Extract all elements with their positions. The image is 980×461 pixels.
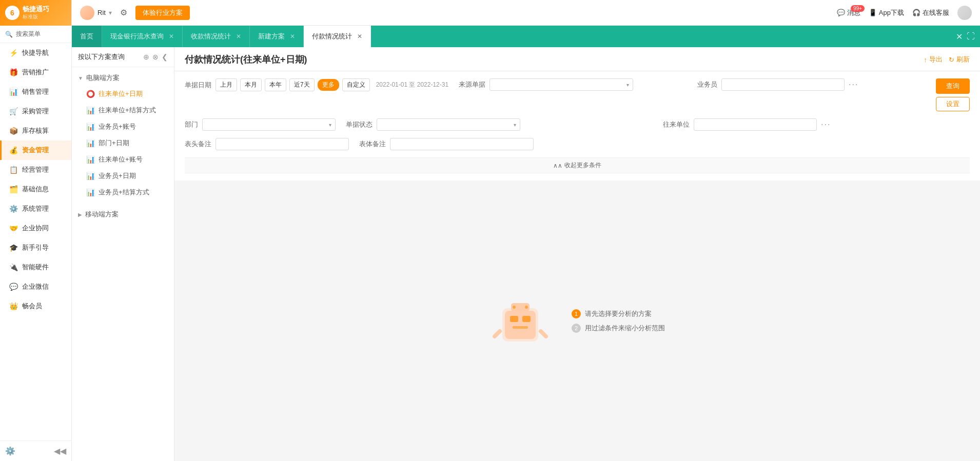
sidebar-item-sales[interactable]: 📊 销售管理 — [0, 82, 71, 102]
operations-icon: 📋 — [9, 165, 18, 174]
dept-date-icon: 📊 — [86, 139, 94, 147]
scheme-item-unit-date[interactable]: ⭕ 往来单位+日期 — [72, 86, 174, 102]
hint-1-text: 请先选择要分析的方案 — [585, 309, 652, 318]
doc-status-select[interactable] — [377, 118, 520, 131]
app-download-btn[interactable]: 📱 App下载 — [869, 8, 904, 17]
page-title: 付款情况统计(往来单位+日期) — [185, 53, 307, 66]
sidebar-item-member[interactable]: 👑 畅会员 — [0, 296, 71, 316]
salesperson-input[interactable] — [721, 78, 845, 91]
enterprise-icon: 🤝 — [9, 224, 18, 233]
collapse-sidebar-icon[interactable]: ◀◀ — [54, 446, 66, 456]
smart-hw-icon: 🔌 — [9, 263, 18, 272]
scheme-item-unit-account[interactable]: 📊 往来单位+账号 — [72, 151, 174, 168]
scheme-item-staff-settle[interactable]: 📊 业务员+结算方式 — [72, 184, 174, 201]
staff-settle-icon: 📊 — [86, 188, 94, 196]
date-btn-more[interactable]: 更多 — [318, 79, 339, 91]
username: Rit — [97, 9, 106, 16]
user-dropdown-icon[interactable]: ▾ — [109, 9, 112, 16]
header-note-input[interactable] — [215, 138, 349, 150]
body-note-input[interactable] — [390, 138, 534, 150]
tab-close-all-icon[interactable]: ✕ — [956, 32, 963, 42]
notifications-btn[interactable]: 💬 消息 99+ — [837, 8, 860, 17]
purchase-icon: 🛒 — [9, 107, 18, 116]
sidebar-item-system[interactable]: ⚙️ 系统管理 — [0, 199, 71, 218]
tab-bank-flow[interactable]: 现金银行流水查询 ✕ — [102, 26, 183, 47]
source-select-wrap: ▾ — [489, 78, 633, 91]
unit-settle-icon: 📊 — [86, 106, 94, 114]
date-btn-this-month[interactable]: 本月 — [240, 78, 262, 91]
query-btn[interactable]: 查询 — [936, 78, 970, 94]
salesperson-dots[interactable]: ··· — [849, 80, 858, 89]
sidebar-item-enterprise[interactable]: 🤝 企业协同 — [0, 218, 71, 238]
sidebar-item-label: 智能硬件 — [22, 263, 49, 272]
filter-row-2: 部门 ▾ 单据状态 — [185, 118, 970, 131]
export-btn[interactable]: ↑ 导出 — [924, 55, 943, 64]
sidebar-item-marketing[interactable]: 🎁 营销推广 — [0, 63, 71, 82]
tab-home[interactable]: 首页 — [72, 26, 102, 47]
date-btn-last-month[interactable]: 上月 — [215, 78, 237, 91]
sidebar: 6 畅捷通巧 标准版 🔍 搜索菜单 ⚡ 快捷导航 🎁 营销推广 📊 销售管理 🛒… — [0, 0, 72, 461]
tab-maximize-icon[interactable]: ⛶ — [967, 32, 975, 41]
scheme-item-label: 往来单位+账号 — [99, 155, 143, 164]
tab-new-scheme-close[interactable]: ✕ — [290, 33, 295, 40]
mobile-scheme-group-title[interactable]: ▶ 移动端方案 — [72, 207, 174, 222]
tab-payment-stats-label: 付款情况统计 — [312, 32, 352, 41]
filter-doc-status: 单据状态 ▾ — [346, 118, 653, 131]
trial-btn[interactable]: 体验行业方案 — [135, 6, 190, 20]
tab-new-scheme-label: 新建方案 — [258, 32, 285, 41]
tab-new-scheme[interactable]: 新建方案 ✕ — [250, 26, 304, 47]
scheme-item-label: 业务员+日期 — [99, 171, 136, 181]
sidebar-item-wechat[interactable]: 💬 企业微信 — [0, 277, 71, 296]
tab-receipt-stats-close[interactable]: ✕ — [236, 33, 241, 40]
tab-bank-flow-close[interactable]: ✕ — [169, 33, 174, 40]
sidebar-item-label: 系统管理 — [22, 204, 49, 213]
filter-area: 单据日期 上月 本月 本年 近7天 更多 自定义 2022-01-01 至 20… — [174, 71, 980, 181]
scheme-panel-title: 按以下方案查询 — [78, 52, 125, 62]
collapse-scheme-icon[interactable]: ❮ — [162, 53, 168, 61]
sidebar-item-quick-nav[interactable]: ⚡ 快捷导航 — [0, 43, 71, 63]
sidebar-item-purchase[interactable]: 🛒 采购管理 — [0, 102, 71, 121]
partner-dots[interactable]: ··· — [821, 120, 831, 129]
settings-gear-icon[interactable]: ⚙ — [120, 8, 127, 17]
sidebar-item-finance[interactable]: 💰 资金管理 — [0, 141, 71, 160]
settings-scheme-icon[interactable]: ⊗ — [152, 53, 159, 61]
topbar-user-avatar[interactable] — [957, 6, 972, 20]
empty-illustration — [489, 290, 551, 352]
search-menu[interactable]: 🔍 搜索菜单 — [0, 26, 71, 43]
scheme-item-label: 业务员+结算方式 — [99, 188, 149, 197]
source-select[interactable] — [489, 78, 633, 91]
sidebar-footer: ⚙️ ◀◀ — [0, 440, 71, 461]
settings-icon[interactable]: ⚙️ — [5, 446, 15, 456]
sidebar-item-basic-info[interactable]: 🗂️ 基础信息 — [0, 179, 71, 199]
pc-scheme-group-title[interactable]: ▼ 电脑端方案 — [72, 70, 174, 86]
refresh-btn[interactable]: ↻ 刷新 — [949, 55, 970, 64]
avatar — [80, 6, 94, 20]
scheme-item-staff-account[interactable]: 📊 业务员+账号 — [72, 118, 174, 135]
dept-select[interactable] — [202, 118, 336, 131]
collapse-filters-btn[interactable]: ∧∧ 收起更多条件 — [185, 157, 970, 173]
date-btn-last-7days[interactable]: 近7天 — [289, 78, 315, 91]
sales-icon: 📊 — [9, 87, 18, 96]
filter-actions: 查询 设置 — [936, 78, 970, 111]
filter-source: 来源单据 ▾ — [459, 78, 687, 91]
tab-payment-stats[interactable]: 付款情况统计 ✕ — [304, 26, 371, 47]
scheme-item-dept-date[interactable]: 📊 部门+日期 — [72, 135, 174, 151]
date-btn-this-year[interactable]: 本年 — [265, 78, 286, 91]
scheme-item-unit-settle[interactable]: 📊 往来单位+结算方式 — [72, 102, 174, 118]
tabbar-actions: ✕ ⛶ — [951, 26, 980, 47]
sidebar-item-operations[interactable]: 📋 经营管理 — [0, 160, 71, 179]
tab-receipt-stats[interactable]: 收款情况统计 ✕ — [183, 26, 250, 47]
sidebar-item-inventory[interactable]: 📦 库存核算 — [0, 121, 71, 141]
sidebar-item-label: 快捷导航 — [22, 48, 49, 57]
add-scheme-icon[interactable]: ⊕ — [143, 53, 149, 61]
tab-payment-stats-close[interactable]: ✕ — [357, 33, 362, 40]
partner-input[interactable] — [694, 118, 817, 131]
scheme-item-staff-date[interactable]: 📊 业务员+日期 — [72, 168, 174, 184]
sidebar-item-smart-hw[interactable]: 🔌 智能硬件 — [0, 257, 71, 277]
svg-rect-1 — [505, 311, 536, 339]
date-btn-custom[interactable]: 自定义 — [342, 78, 370, 91]
online-service-btn[interactable]: 🎧 在线客服 — [912, 8, 949, 17]
settings-btn[interactable]: 设置 — [936, 97, 970, 111]
scheme-item-label: 部门+日期 — [99, 138, 129, 148]
sidebar-item-guide[interactable]: 🎓 新手引导 — [0, 238, 71, 257]
